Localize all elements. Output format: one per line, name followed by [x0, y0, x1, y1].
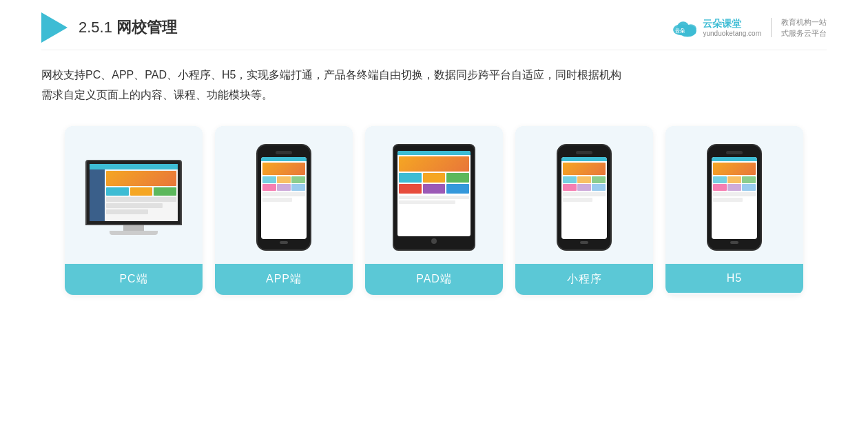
- pad-home-button: [431, 238, 437, 244]
- title-prefix: 2.5.1: [79, 19, 116, 36]
- description-line2: 需求自定义页面上的内容、课程、功能模块等。: [41, 85, 827, 105]
- header-left: 2.5.1 网校管理: [41, 12, 177, 43]
- pc-screen: [85, 160, 182, 225]
- cloud-icon: 云朵: [671, 17, 699, 38]
- slogan-line2: 式服务云平台: [781, 28, 827, 39]
- svg-text:云朵: 云朵: [676, 28, 686, 34]
- h5-phone-mockup: [707, 144, 762, 251]
- card-app-label: APP端: [215, 264, 353, 295]
- card-miniapp: 小程序: [515, 126, 653, 295]
- logo-url: yunduoketang.com: [703, 30, 761, 37]
- brand-logo: 云朵 云朵课堂 yunduoketang.com: [671, 17, 761, 38]
- card-pad-label: PAD端: [365, 264, 503, 295]
- card-h5-label: H5: [665, 264, 803, 293]
- miniapp-phone-mockup: [557, 144, 612, 251]
- logo-name: 云朵课堂: [703, 18, 741, 30]
- phone-notch: [276, 151, 292, 154]
- card-pad-image: [365, 126, 503, 264]
- logo-text: 云朵课堂 yunduoketang.com: [703, 18, 761, 37]
- phone-screen: [261, 157, 307, 239]
- description: 网校支持PC、APP、PAD、小程序、H5，实现多端打通，产品各终端自由切换，数…: [41, 65, 827, 105]
- h5-phone-screen: [712, 157, 757, 239]
- card-pad: PAD端: [365, 126, 503, 295]
- h5-home-button: [730, 241, 738, 244]
- page: 2.5.1 网校管理 云朵 云朵课堂 yunduoketang.com 教: [0, 0, 868, 434]
- miniapp-phone-screen: [561, 157, 607, 239]
- card-pc-label: PC端: [65, 264, 203, 295]
- phone-home-button: [280, 241, 288, 244]
- card-miniapp-label: 小程序: [515, 264, 653, 295]
- title-bold: 网校管理: [116, 19, 177, 36]
- page-title: 2.5.1 网校管理: [79, 17, 177, 38]
- pad-mockup: [393, 144, 475, 251]
- header-divider: [771, 18, 772, 37]
- card-h5-image: [665, 126, 803, 264]
- card-h5: H5: [665, 126, 803, 295]
- slogan-line1: 教育机构一站: [781, 17, 827, 28]
- card-pc: PC端: [65, 126, 203, 295]
- miniapp-home-button: [580, 241, 588, 244]
- header-right: 云朵 云朵课堂 yunduoketang.com 教育机构一站 式服务云平台: [671, 17, 827, 39]
- card-app-image: [215, 126, 353, 264]
- pc-mockup: [85, 160, 182, 235]
- h5-phone-notch: [726, 151, 743, 154]
- miniapp-phone-notch: [576, 151, 592, 154]
- description-line1: 网校支持PC、APP、PAD、小程序、H5，实现多端打通，产品各终端自由切换，数…: [41, 65, 827, 85]
- app-phone-mockup: [256, 144, 311, 251]
- header: 2.5.1 网校管理 云朵 云朵课堂 yunduoketang.com 教: [41, 0, 827, 50]
- card-miniapp-image: [515, 126, 653, 264]
- card-app: APP端: [215, 126, 353, 295]
- logo-triangle-icon: [41, 12, 68, 43]
- card-pc-image: [65, 126, 203, 264]
- platform-cards: PC端: [41, 126, 827, 295]
- logo-slogan: 教育机构一站 式服务云平台: [781, 17, 827, 39]
- pad-screen: [397, 151, 471, 236]
